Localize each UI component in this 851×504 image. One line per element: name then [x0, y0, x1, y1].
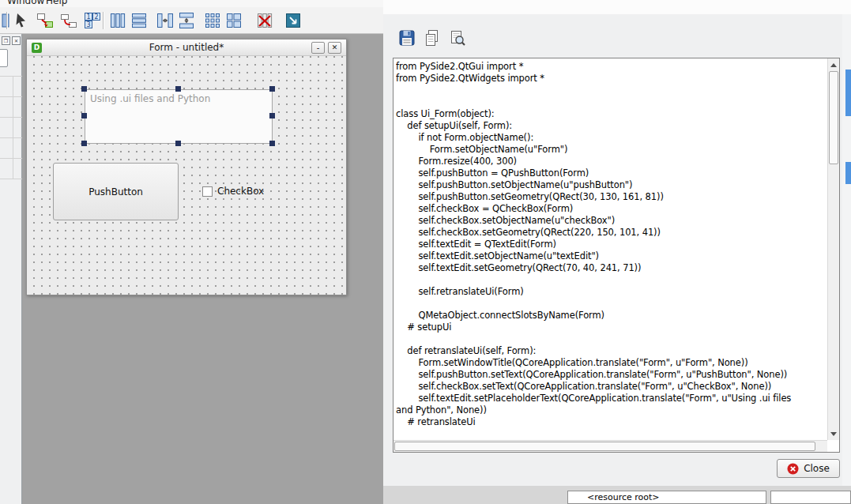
- textedit-widget[interactable]: Using .ui files and Python: [85, 89, 273, 144]
- vertical-scrollbar-thumb[interactable]: [829, 71, 838, 164]
- edit-tab-order-button[interactable]: 123: [82, 10, 103, 31]
- code-horizontal-scrollbar[interactable]: [393, 440, 827, 452]
- selection-handle[interactable]: [175, 86, 181, 92]
- code-view[interactable]: from PySide2.QtGui import * from PySide2…: [393, 58, 840, 453]
- qt-designer-screen: Window Help 123: [0, 0, 851, 504]
- up-arrow-icon: [830, 63, 837, 67]
- svg-text:3: 3: [86, 21, 90, 28]
- layout-vertical-icon: [130, 11, 149, 30]
- find-button[interactable]: [448, 28, 467, 47]
- close-button[interactable]: Close: [777, 459, 840, 478]
- code-vertical-scrollbar[interactable]: [827, 58, 839, 440]
- find-icon: [449, 29, 466, 47]
- resource-root-item[interactable]: <resource root>: [587, 492, 660, 502]
- selection-highlight: [845, 70, 851, 116]
- selection-handle[interactable]: [269, 113, 275, 118]
- break-layout-icon: [255, 11, 274, 30]
- tab-order-123-icon: 123: [83, 11, 102, 30]
- layout-grid-button[interactable]: [202, 10, 223, 31]
- form-minimize-button[interactable]: -: [311, 42, 325, 54]
- splitter-horizontal-icon: [156, 11, 175, 30]
- horizontal-scrollbar-thumb[interactable]: [394, 442, 815, 451]
- dock-close-button[interactable]: ✕: [12, 36, 21, 45]
- selection-handle[interactable]: [269, 141, 275, 146]
- close-button-label: Close: [804, 463, 830, 474]
- selection-handle[interactable]: [81, 86, 87, 92]
- edit-buddies-button[interactable]: [58, 10, 79, 31]
- dock-row-divider: [0, 158, 22, 159]
- scroll-up-button[interactable]: [828, 59, 839, 70]
- generated-code[interactable]: from PySide2.QtGui import * from PySide2…: [396, 61, 826, 438]
- selection-handle[interactable]: [81, 113, 87, 118]
- resource-detail-panel: [770, 491, 851, 504]
- buddies-icon: [59, 11, 78, 30]
- selection-highlight: [845, 162, 851, 184]
- checkbox-indicator[interactable]: [202, 186, 213, 197]
- splitter-vertical-icon: [177, 11, 196, 30]
- toolbar-separator: [103, 12, 104, 29]
- dock-row-divider: [0, 96, 22, 97]
- checkbox-label: CheckBox: [217, 186, 264, 197]
- textedit-placeholder: Using .ui files and Python: [90, 93, 210, 104]
- menu-window[interactable]: Window: [7, 0, 44, 6]
- toolbar-separator: [6, 12, 8, 29]
- form-canvas[interactable]: Using .ui files and Python PushButton Ch…: [27, 56, 346, 295]
- dock-row-divider: [0, 117, 22, 118]
- layout-horizontal-icon: [108, 11, 127, 30]
- main-toolbar: 123: [0, 7, 383, 34]
- selection-handle[interactable]: [81, 141, 87, 146]
- top-right-strip: [383, 0, 851, 14]
- pushbutton-widget[interactable]: PushButton: [53, 163, 179, 220]
- form-designer-window: D Form - untitled* - ✕ Using .ui files a…: [26, 39, 347, 295]
- code-preview-dialog: from PySide2.QtGui import * from PySide2…: [383, 14, 842, 486]
- layout-horizontal-splitter-button[interactable]: [155, 10, 175, 31]
- layout-form-button[interactable]: [224, 10, 244, 31]
- dock-scrollbar-edge: [13, 76, 13, 179]
- adjust-size-icon: [284, 11, 303, 30]
- selection-handle[interactable]: [269, 86, 275, 92]
- scroll-down-button[interactable]: [828, 428, 839, 439]
- bottom-panel: <resource root>: [383, 486, 851, 504]
- down-arrow-icon: [830, 432, 837, 436]
- mdi-area: D Form - untitled* - ✕ Using .ui files a…: [22, 34, 383, 504]
- copy-button[interactable]: [423, 28, 442, 47]
- svg-text:1: 1: [86, 13, 90, 21]
- form-window-titlebar[interactable]: D Form - untitled* - ✕: [27, 39, 346, 56]
- save-button[interactable]: [397, 28, 416, 47]
- checkbox-widget[interactable]: CheckBox: [202, 186, 264, 197]
- break-layout-button[interactable]: [254, 10, 275, 31]
- save-icon: [398, 29, 416, 47]
- signals-slots-icon: [36, 11, 55, 30]
- cursor-arrow-icon: [12, 11, 31, 30]
- layout-vertically-button[interactable]: [129, 10, 149, 31]
- toolbar-partial-button[interactable]: [0, 10, 11, 31]
- close-x-icon: [787, 463, 799, 475]
- selection-handle[interactable]: [175, 141, 181, 146]
- form-layout-icon: [224, 11, 243, 30]
- dock-row-divider: [0, 137, 22, 138]
- form-close-button[interactable]: ✕: [328, 42, 341, 54]
- layout-vertical-splitter-button[interactable]: [176, 10, 197, 31]
- menu-help[interactable]: Help: [46, 0, 67, 6]
- grid-layout-icon: [203, 11, 222, 30]
- layout-horizontally-button[interactable]: [107, 10, 128, 31]
- svg-text:2: 2: [94, 13, 98, 21]
- right-edge-panel: [842, 14, 851, 486]
- widget-filter-input[interactable]: [0, 49, 8, 67]
- widget-box-dock: ❐ ✕: [0, 34, 22, 504]
- partial-icon: [0, 11, 10, 30]
- form-window-title: Form - untitled*: [27, 42, 346, 53]
- resource-browser: <resource root>: [567, 491, 766, 504]
- adjust-size-button[interactable]: [283, 10, 303, 31]
- copy-icon: [424, 29, 441, 47]
- edit-signals-slots-button[interactable]: [35, 10, 55, 31]
- edit-widgets-button[interactable]: [11, 10, 32, 31]
- dock-float-button[interactable]: ❐: [2, 36, 10, 45]
- dock-row-divider: [0, 179, 22, 179]
- menubar: Window Help: [0, 0, 383, 7]
- dock-row-divider: [0, 76, 22, 77]
